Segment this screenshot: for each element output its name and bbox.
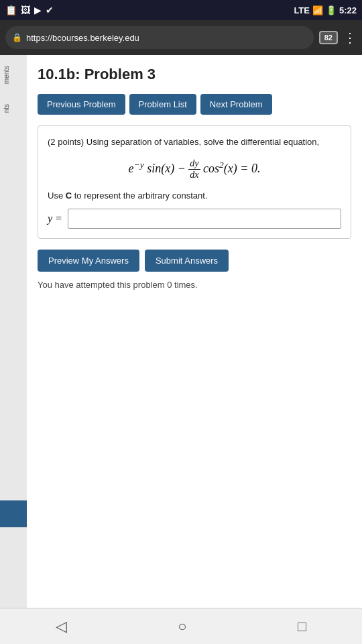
app-icon-3: ▶ xyxy=(34,5,42,15)
answer-input[interactable] xyxy=(68,209,341,229)
problem-list-btn[interactable]: Problem List xyxy=(129,94,196,115)
y-label: y = xyxy=(48,213,62,225)
app-icon-1: 📋 xyxy=(5,5,17,15)
menu-dots-icon[interactable]: ⋮ xyxy=(343,30,357,46)
problem-box: (2 points) Using separation of variables… xyxy=(38,125,351,239)
equation: e−y sin(x) − dy dx cos2(x) = 0. xyxy=(129,162,261,175)
main-content: 10.1b: Problem 3 Previous Problem Proble… xyxy=(27,55,362,608)
url-bar[interactable]: 🔒 https://bcourses.berkeley.edu xyxy=(5,26,314,49)
sidebar-blue-block[interactable] xyxy=(0,500,27,527)
status-bar-left: 📋 🖼 ▶ ✔ xyxy=(5,5,54,15)
tab-count[interactable]: 82 xyxy=(319,31,338,44)
prev-problem-btn[interactable]: Previous Problem xyxy=(38,94,125,115)
attempt-text: You have attempted this problem 0 times. xyxy=(38,280,351,290)
fraction-dy-dx: dy dx xyxy=(188,158,200,182)
sidebar-item-nts[interactable]: nts xyxy=(3,104,10,113)
answer-row: y = xyxy=(48,209,341,229)
lock-icon: 🔒 xyxy=(12,33,22,42)
submit-btn[interactable]: Submit Answers xyxy=(145,250,229,272)
network-label: LTE xyxy=(294,5,310,15)
time-label: 5:22 xyxy=(339,5,357,15)
problem-points: (2 points) xyxy=(48,137,84,147)
use-c-note: Use C to represent the arbitrary constan… xyxy=(48,191,341,201)
overview-button[interactable]: □ xyxy=(298,618,306,635)
url-text: https://bcourses.berkeley.edu xyxy=(26,33,139,43)
status-bar: 📋 🖼 ▶ ✔ LTE 📶 🔋 5:22 xyxy=(0,0,362,20)
home-button[interactable]: ○ xyxy=(178,618,186,635)
app-icon-4: ✔ xyxy=(46,5,54,15)
equation-container: e−y sin(x) − dy dx cos2(x) = 0. xyxy=(48,158,341,182)
page-title: 10.1b: Problem 3 xyxy=(38,66,351,83)
action-buttons: Preview My Answers Submit Answers xyxy=(38,250,351,272)
bottom-nav: ◁ ○ □ xyxy=(0,608,362,644)
signal-icon: 📶 xyxy=(312,5,323,15)
problem-desc-text: Using separation of variables, solve the… xyxy=(86,137,319,147)
status-bar-right: LTE 📶 🔋 5:22 xyxy=(294,5,357,15)
browser-chrome: 🔒 https://bcourses.berkeley.edu 82 ⋮ xyxy=(0,20,362,55)
preview-btn[interactable]: Preview My Answers xyxy=(38,250,139,272)
app-icon-2: 🖼 xyxy=(21,5,30,15)
back-button[interactable]: ◁ xyxy=(56,618,67,635)
problem-description: (2 points) Using separation of variables… xyxy=(48,136,341,149)
next-problem-btn[interactable]: Next Problem xyxy=(200,94,272,115)
sidebar-item-assignments[interactable]: ments xyxy=(3,66,10,84)
nav-buttons: Previous Problem Problem List Next Probl… xyxy=(38,94,351,115)
sidebar: ments nts xyxy=(0,55,27,608)
battery-icon: 🔋 xyxy=(326,5,337,15)
